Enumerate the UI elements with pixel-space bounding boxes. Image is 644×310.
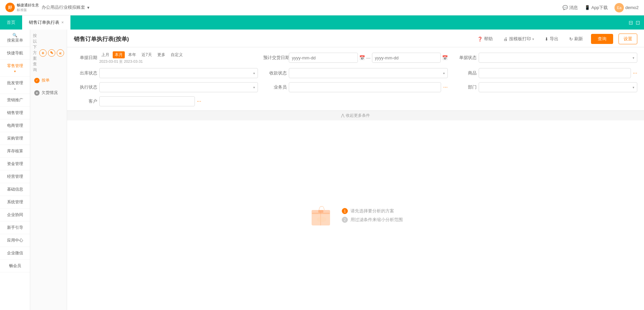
shortcut-last-month[interactable]: 上月	[99, 51, 111, 58]
app-download-button[interactable]: 📱 App下载	[585, 5, 608, 11]
top-bar-right: 💬 消息 📱 App下载 Ea demo2	[562, 3, 639, 12]
sidebar-inventory-label: 库存核算	[7, 148, 23, 154]
app-download-icon: 📱	[585, 5, 590, 10]
status-label: 单据状态	[453, 55, 477, 61]
tab-minimize-icon[interactable]: ⊟	[629, 19, 633, 26]
tab-close-icon[interactable]: ×	[61, 20, 64, 25]
sidebar-item-inventory[interactable]: 库存核算	[0, 145, 30, 158]
goods-more-icon[interactable]: ···	[633, 70, 637, 76]
shortcut-custom[interactable]: 自定义	[169, 51, 185, 58]
delivery-status-arrow: ▾	[253, 71, 255, 75]
refresh-button[interactable]: ↻ 刷新	[567, 35, 586, 43]
app-title-arrow: ▾	[87, 5, 90, 10]
search-icon: 🔍	[3, 33, 27, 38]
filter-row-3: 执行状态 ▾ 业务员 ··· 部门	[74, 82, 637, 92]
execution-status-select[interactable]: ▾	[99, 82, 258, 92]
calendar-icon-from[interactable]: 📅	[359, 55, 365, 60]
tab-maximize-icon[interactable]: ⊡	[636, 19, 640, 26]
sidebar-retail-arrow: ▾	[14, 69, 16, 73]
tab-sales-order-label: 销售订单执行表	[29, 19, 59, 25]
user-area[interactable]: Ea demo2	[614, 3, 639, 12]
expected-delivery-from[interactable]	[289, 53, 358, 63]
sidebar-item-system[interactable]: 系统管理	[0, 196, 30, 209]
sidebar-item-sales[interactable]: 销售管理	[0, 107, 30, 119]
sidebar-item-operation[interactable]: 经营管理	[0, 170, 30, 183]
message-button[interactable]: 💬 消息	[562, 5, 578, 11]
empty-hint-1: 1 请先选择要分析的方案	[342, 208, 403, 214]
add-schema-button[interactable]: +	[39, 49, 47, 57]
tab-sales-order[interactable]: 销售订单执行表 ×	[22, 15, 70, 30]
sidebar-item-enterprise[interactable]: 企业协同	[0, 209, 30, 221]
sub-sidebar-item-backorder[interactable]: ● 欠货情况	[30, 87, 67, 99]
sidebar-item-guide[interactable]: 新手引导	[0, 221, 30, 234]
hint-text-1: 请先选择要分析的方案	[351, 208, 394, 214]
sidebar-item-basic[interactable]: 基础信息	[0, 183, 30, 196]
sidebar-enterprise-label: 企业协同	[7, 212, 23, 218]
delivery-status-select[interactable]: ▾	[99, 68, 258, 78]
tab-home[interactable]: 首页	[0, 15, 22, 30]
empty-hint-2: 2 用过滤条件来缩小分析范围	[342, 217, 403, 223]
tab-bar: 首页 销售订单执行表 × ⊟ ⊡	[0, 15, 644, 30]
customer-more-icon[interactable]: ···	[197, 98, 201, 104]
shortcut-last-7-days[interactable]: 近7天	[140, 51, 154, 58]
logo-text-area: 畅捷通好生意 标准版	[17, 3, 39, 12]
sidebar-item-retail[interactable]: 零售管理 ▾	[0, 60, 30, 77]
calendar-icon-to[interactable]: 📅	[442, 55, 448, 60]
shortcut-this-year[interactable]: 本年	[126, 51, 138, 58]
filter-group-payment-status: 收款状态 ▾	[263, 68, 447, 78]
sidebar-quick-nav-label: 快捷导航	[7, 50, 23, 56]
payment-status-arrow: ▾	[443, 71, 445, 75]
sidebar-wholesale-arrow: ▴	[14, 87, 16, 90]
sidebar-item-finance[interactable]: 资金管理	[0, 158, 30, 170]
logo-icon: 好	[5, 3, 15, 12]
shortcut-this-month[interactable]: 本月	[113, 51, 125, 58]
sidebar-item-quick-nav[interactable]: 快捷导航	[0, 47, 30, 60]
sidebar-item-wholesale[interactable]: 批发管理 ▴	[0, 77, 30, 94]
sidebar-item-app-center[interactable]: 应用中心	[0, 234, 30, 247]
settings-button[interactable]: 设置	[619, 34, 637, 44]
sidebar-member-label: 畅会员	[9, 263, 21, 269]
shortcut-more[interactable]: 更多	[155, 51, 167, 58]
sidebar-item-marketing[interactable]: 营销推广	[0, 94, 30, 107]
collapse-bar[interactable]: ⋀ 收起更多条件	[67, 110, 644, 120]
salesperson-more-icon[interactable]: ···	[443, 84, 447, 90]
sidebar-system-label: 系统管理	[7, 199, 23, 205]
help-label: 帮助	[484, 36, 493, 42]
export-button[interactable]: ⬇ 导出	[542, 35, 561, 43]
filter-row-1: 单据日期 上月 本月 本年 近7天 更多 自定义 2023-03-01 至 20…	[74, 51, 637, 64]
filter-group-expected-delivery: 预计交货日期 📅 — 📅	[263, 53, 447, 63]
customer-input[interactable]	[99, 96, 195, 106]
sidebar-item-member[interactable]: 畅会员	[0, 260, 30, 272]
print-button[interactable]: 🖨 按模板打印 ▾	[501, 35, 537, 43]
schema-backorder-icon: ●	[34, 90, 40, 96]
department-label: 部门	[453, 84, 477, 90]
status-select[interactable]: ▾	[479, 53, 637, 63]
app-download-label: App下载	[591, 5, 608, 11]
content-area: 销售订单执行表(按单) ❓ 帮助 🖨 按模板打印 ▾ ⬇ 导出 ↻ 刷新	[67, 30, 644, 310]
filter-area: 单据日期 上月 本月 本年 近7天 更多 自定义 2023-03-01 至 20…	[67, 47, 644, 110]
delivery-status-label: 出库状态	[74, 70, 97, 76]
salesperson-input[interactable]	[289, 82, 441, 92]
sidebar-wechat-label: 企业微信	[7, 250, 23, 256]
goods-input[interactable]	[479, 68, 631, 78]
help-button[interactable]: ❓ 帮助	[475, 35, 495, 43]
edit-schema-button[interactable]: ✎	[48, 49, 55, 57]
date-shortcuts: 上月 本月 本年 近7天 更多 自定义	[99, 51, 258, 58]
app-title-bar[interactable]: 办公用品行业模拟账套 ▾	[42, 4, 90, 10]
collapse-schema-button[interactable]: «	[57, 49, 64, 57]
filter-group-execution-status: 执行状态 ▾	[74, 82, 258, 92]
expected-delivery-to[interactable]	[372, 53, 441, 63]
filter-group-status: 单据状态 ▾	[453, 53, 637, 63]
sidebar-item-ecommerce[interactable]: 电商管理	[0, 119, 30, 132]
sub-sidebar-item-by-order[interactable]: ✓ 按单	[30, 74, 67, 87]
sidebar-item-wechat[interactable]: 企业微信	[0, 247, 30, 260]
department-select[interactable]: ▾	[479, 82, 637, 92]
payment-status-select[interactable]: ▾	[289, 68, 447, 78]
sidebar-item-purchase[interactable]: 采购管理	[0, 132, 30, 145]
print-arrow-icon: ▾	[532, 37, 534, 41]
filter-right: 单据日期 上月 本月 本年 近7天 更多 自定义 2023-03-01 至 20…	[74, 51, 637, 106]
sidebar-search[interactable]: 🔍 搜索菜单	[0, 30, 30, 47]
schema-backorder-label: 欠货情况	[42, 90, 58, 96]
hint-text-2: 用过滤条件来缩小分析范围	[351, 217, 403, 223]
query-button[interactable]: 查询	[591, 34, 613, 44]
